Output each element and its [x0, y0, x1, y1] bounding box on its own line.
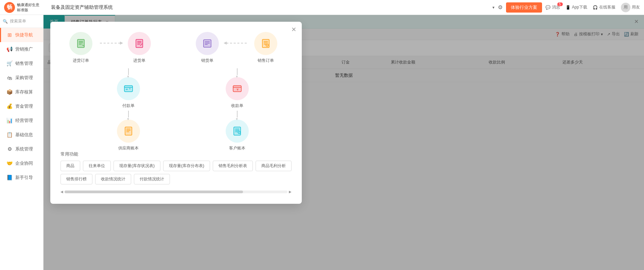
func-buttons-row1: 商品往来单位现存量(库存状况表)现存量(库存分布表)销售毛利分析表商品毛利分析: [60, 161, 292, 171]
svg-rect-12: [262, 39, 269, 48]
sidebar-item-inventory[interactable]: 📦库存核算: [0, 85, 43, 99]
func-btn-销售排行榜[interactable]: 销售排行榜: [60, 174, 92, 184]
sidebar-icon-basic-info: 📋: [6, 132, 13, 138]
flow-label-payment: 付款单: [122, 103, 135, 109]
sidebar-item-sales[interactable]: 🛒销售管理: [0, 56, 43, 71]
top-bar: 畅 畅康通好生意 标准版 装备及固定资产辅助管理系统 ▾ ⚙ 体验行业方案 💬 …: [0, 0, 644, 15]
flow-circle-customer: [226, 120, 249, 143]
arrow-v-to-supplier: [128, 109, 129, 120]
svg-point-16: [266, 44, 268, 47]
sidebar-item-finance[interactable]: 💰资金管理: [0, 99, 43, 113]
common-functions-title: 常用功能: [60, 151, 292, 157]
flow-circle-purchase-bill: [128, 32, 151, 55]
sidebar-label-newbie: 新手引导: [15, 175, 33, 181]
sidebar-item-quick-nav[interactable]: ⊞快捷导航: [0, 28, 43, 42]
logo-char: 畅: [7, 4, 12, 11]
svg-rect-21: [125, 127, 132, 135]
arrow-v-line-receipt: [237, 68, 238, 75]
scroll-left-btn[interactable]: ◀: [60, 190, 63, 194]
func-buttons-row2: 销售排行榜收款情况统计付款情况统计: [60, 174, 292, 184]
experience-btn[interactable]: 体验行业方案: [506, 2, 542, 13]
sidebar-label-operations: 经营管理: [15, 118, 33, 124]
sidebar-icon-newbie: 📘: [6, 175, 13, 181]
func-btn-现存量库存分布表[interactable]: 现存量(库存分布表): [163, 161, 210, 171]
sidebar-label-inventory: 库存核算: [15, 89, 33, 95]
sidebar-item-system[interactable]: ⚙系统管理: [0, 142, 43, 156]
sidebar-label-purchase: 采购管理: [15, 75, 33, 81]
message-badge: 5: [557, 2, 563, 6]
logo-text: 畅康通好生意 标准版: [17, 2, 39, 12]
sidebar-item-marketing[interactable]: 📢营销推广: [0, 42, 43, 56]
sidebar-item-basic-info[interactable]: 📋基础信息: [0, 128, 43, 142]
sidebar-label-marketing: 营销推广: [15, 46, 33, 52]
flow-item-receipt[interactable]: ￥ 收款单: [217, 77, 258, 109]
sidebar-label-finance: 资金管理: [15, 103, 33, 109]
modal-close-btn[interactable]: ✕: [291, 26, 296, 33]
logo-icon: 畅: [4, 2, 15, 13]
sidebar-label-enterprise: 企业协同: [15, 160, 33, 166]
func-btn-往来单位[interactable]: 往来单位: [83, 161, 111, 171]
svg-text:￥: ￥: [128, 87, 131, 90]
flow-circle-payment: ￥: [117, 77, 140, 100]
sidebar-search[interactable]: 🔍 搜索菜单: [0, 15, 43, 28]
message-btn[interactable]: 💬 消息 5: [545, 4, 560, 10]
sidebar-label-quick-nav: 快捷导航: [15, 32, 33, 38]
scrollbar-track[interactable]: [65, 191, 288, 193]
sidebar-item-newbie[interactable]: 📘新手引导: [0, 170, 43, 185]
sidebar-item-enterprise[interactable]: 🤝企业协同: [0, 156, 43, 170]
app-download-btn[interactable]: 📱 App下载: [565, 4, 587, 10]
flow-label-purchase-order: 进货订单: [73, 58, 89, 64]
app-download-icon: 📱: [565, 5, 571, 10]
online-service-btn[interactable]: 🎧 在线客服: [593, 4, 615, 10]
func-btn-商品毛利分析[interactable]: 商品毛利分析: [256, 161, 292, 171]
dashed-arrow-h: [100, 43, 120, 43]
online-service-label: 在线客服: [599, 4, 615, 10]
sidebar-icon-enterprise: 🤝: [6, 160, 13, 166]
arrow-v-to-customer: [237, 109, 238, 120]
user-label: 用友: [632, 4, 640, 10]
user-btn[interactable]: 用 用友: [621, 3, 640, 12]
system-title-dropdown[interactable]: ▾: [492, 5, 494, 10]
app-download-label: App下载: [572, 4, 587, 10]
func-btn-商品[interactable]: 商品: [60, 161, 80, 171]
modal-overlay[interactable]: ✕ 进货订单: [43, 15, 644, 270]
arrow-v-line-supplier: [128, 111, 129, 118]
func-btn-现存量库存状况表[interactable]: 现存量(库存状况表): [114, 161, 160, 171]
settings-icon[interactable]: ⚙: [498, 4, 503, 11]
flow-item-customer-account[interactable]: 客户账本: [217, 120, 258, 151]
search-icon: 🔍: [3, 19, 8, 24]
sidebar-search-inner[interactable]: 🔍 搜索菜单: [3, 18, 40, 24]
sidebar-item-purchase[interactable]: 🛍采购管理: [0, 71, 43, 85]
flow-item-purchase-order[interactable]: 进货订单: [60, 32, 101, 64]
sidebar-item-operations[interactable]: 📊经营管理: [0, 113, 43, 128]
user-avatar: 用: [621, 3, 630, 12]
svg-rect-19: [126, 89, 128, 90]
scrollbar-thumb[interactable]: [65, 191, 243, 193]
sidebar-label-system: 系统管理: [15, 146, 33, 152]
scroll-right-btn[interactable]: ▶: [289, 190, 292, 194]
flow-item-purchase-bill[interactable]: 进货单: [119, 32, 160, 64]
flow-label-purchase-bill: 进货单: [133, 58, 145, 64]
flow-circle-supplier: [117, 120, 140, 143]
arrow-v-line-payment: [128, 68, 129, 75]
func-btn-销售毛利分析表[interactable]: 销售毛利分析表: [213, 161, 253, 171]
sidebar-icon-operations: 📊: [6, 118, 13, 124]
sidebar: 🔍 搜索菜单 ⊞快捷导航📢营销推广🛒销售管理🛍采购管理📦库存核算💰资金管理📊经营…: [0, 15, 43, 270]
func-btn-付款情况统计[interactable]: 付款情况统计: [134, 174, 170, 184]
flow-circle-purchase-order: [69, 32, 92, 55]
svg-rect-4: [136, 39, 143, 48]
sidebar-icon-marketing: 📢: [6, 46, 13, 52]
flow-item-payment[interactable]: ￥ 付款单: [108, 77, 149, 109]
flow-item-supplier-account[interactable]: 供应商账本: [108, 120, 149, 151]
flow-item-sales-order-node[interactable]: 销售订单: [245, 32, 286, 64]
svg-text:￥: ￥: [236, 88, 239, 91]
sidebar-label-basic-info: 基础信息: [15, 132, 33, 138]
svg-rect-8: [204, 40, 211, 47]
func-btn-收款情况统计[interactable]: 收款情况统计: [95, 174, 131, 184]
flow-item-sales-bill[interactable]: 销货单: [187, 32, 228, 64]
flow-circle-sales-bill: [196, 32, 219, 55]
sidebar-icon-purchase: 🛍: [6, 75, 13, 81]
sidebar-items: ⊞快捷导航📢营销推广🛒销售管理🛍采购管理📦库存核算💰资金管理📊经营管理📋基础信息…: [0, 28, 43, 185]
sidebar-icon-inventory: 📦: [6, 89, 13, 95]
common-functions: 常用功能 商品往来单位现存量(库存状况表)现存量(库存分布表)销售毛利分析表商品…: [60, 151, 292, 184]
